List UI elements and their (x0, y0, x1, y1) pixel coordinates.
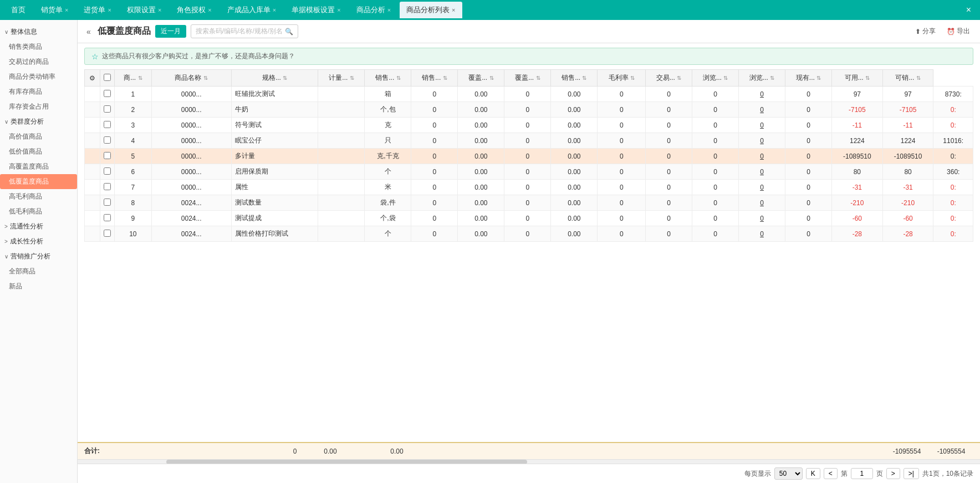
nav-item-template[interactable]: 单据模板设置 × (285, 2, 347, 18)
last-page-button[interactable]: >| (904, 468, 919, 479)
cell-browse1[interactable]: 0 (739, 133, 785, 149)
sidebar-item-low-value[interactable]: 低价值商品 (0, 144, 77, 159)
cell-checkbox[interactable] (100, 118, 115, 133)
sidebar-item-sales-goods[interactable]: 销售类商品 (0, 39, 77, 54)
nav-item-sales[interactable]: 销货单 × (34, 2, 75, 18)
nav-close-sales[interactable]: × (65, 7, 68, 13)
nav-close-roles[interactable]: × (208, 7, 211, 13)
cell-current: -210 (832, 195, 883, 211)
nav-item-analysis-list[interactable]: 商品分析列表 × (400, 2, 462, 18)
cell-browse1[interactable]: 0 (739, 149, 785, 164)
sidebar-section-marketing[interactable]: ∨ 营销推广分析 (0, 249, 77, 264)
col-browse2[interactable]: 浏览... ⇅ (739, 70, 785, 87)
sidebar-item-high-value[interactable]: 高价值商品 (0, 129, 77, 144)
row-checkbox[interactable] (104, 183, 111, 190)
cell-browse1[interactable]: 0 (739, 226, 785, 242)
cell-sales-amt: 0.00 (458, 87, 504, 102)
sidebar-item-high-coverage[interactable]: 高覆盖度商品 (0, 159, 77, 174)
nav-close-finished-goods[interactable]: × (273, 7, 276, 13)
cell-checkbox[interactable] (100, 211, 115, 226)
col-gross-rate[interactable]: 毛利率 ⇅ (598, 70, 646, 87)
sidebar-section-overall[interactable]: ∨ 整体信息 (0, 24, 77, 39)
col-gear[interactable]: ⚙ (85, 70, 100, 87)
nav-close-analysis[interactable]: × (387, 7, 391, 13)
col-available-stock[interactable]: 可用... ⇅ (832, 70, 883, 87)
nav-item-home[interactable]: 首页 (4, 2, 32, 18)
col-code[interactable]: 商... ⇅ (115, 70, 152, 87)
row-checkbox[interactable] (104, 167, 111, 175)
cell-checkbox[interactable] (100, 87, 115, 102)
search-box[interactable]: 搜索条码/编码/名称/规格/别名 🔍 (191, 24, 298, 38)
col-coverage2[interactable]: 覆盖... ⇅ (504, 70, 551, 87)
select-all-checkbox[interactable] (104, 74, 111, 81)
row-checkbox[interactable] (104, 121, 111, 128)
sidebar-section-growth[interactable]: > 成长性分析 (0, 234, 77, 249)
sidebar-item-all-goods[interactable]: 全部商品 (0, 264, 77, 279)
nav-close-purchase[interactable]: × (108, 7, 111, 13)
cell-browse1[interactable]: 0 (739, 164, 785, 180)
nav-item-purchase[interactable]: 进货单 × (77, 2, 118, 18)
nav-item-roles[interactable]: 角色授权 × (170, 2, 218, 18)
time-filter-button[interactable]: 近一月 (155, 25, 186, 38)
col-saleable[interactable]: 可销... ⇅ (882, 70, 933, 87)
cell-checkbox[interactable] (100, 133, 115, 149)
nav-close-template[interactable]: × (337, 7, 340, 13)
col-trade[interactable]: 交易... ⇅ (646, 70, 692, 87)
row-checkbox[interactable] (104, 136, 111, 144)
sidebar-item-high-margin[interactable]: 高毛利商品 (0, 189, 77, 204)
cell-browse1[interactable]: 0 (739, 180, 785, 195)
nav-close-permissions[interactable]: × (158, 7, 161, 13)
sidebar-item-inventory-capital[interactable]: 库存资金占用 (0, 99, 77, 114)
export-button[interactable]: ⏰ 导出 (943, 25, 973, 38)
nav-item-finished-goods[interactable]: 产成品入库单 × (221, 2, 283, 18)
cell-checkbox[interactable] (100, 226, 115, 242)
first-page-button[interactable]: K (806, 468, 820, 479)
col-sales-amt[interactable]: 销售... ⇅ (411, 70, 458, 87)
sidebar-item-low-coverage[interactable]: 低覆盖度商品 (0, 174, 77, 189)
cell-browse1[interactable]: 0 (739, 118, 785, 133)
sidebar-item-traded-goods[interactable]: 交易过的商品 (0, 54, 77, 69)
sidebar-item-low-margin[interactable]: 低毛利商品 (0, 204, 77, 219)
page-number-input[interactable] (851, 468, 873, 479)
sidebar-section-cluster[interactable]: ∨ 类群度分析 (0, 114, 77, 129)
cell-name: 眠宝公仔 (231, 133, 318, 149)
cell-checkbox[interactable] (100, 102, 115, 118)
row-checkbox[interactable] (104, 214, 111, 221)
prev-page-button[interactable]: < (824, 468, 838, 479)
col-unit[interactable]: 计量... ⇅ (318, 70, 365, 87)
col-browse1[interactable]: 浏览... ⇅ (692, 70, 739, 87)
nav-item-analysis[interactable]: 商品分析 × (350, 2, 397, 18)
col-sales-qty[interactable]: 销售... ⇅ (365, 70, 411, 87)
share-button[interactable]: ⬆ 分享 (912, 25, 939, 38)
nav-close-analysis-list[interactable]: × (452, 7, 455, 13)
cell-browse1[interactable]: 0 (739, 87, 785, 102)
row-checkbox[interactable] (104, 105, 111, 113)
col-spec[interactable]: 规格... ⇅ (231, 70, 318, 87)
col-coverage1[interactable]: 覆盖... ⇅ (458, 70, 504, 87)
cell-checkbox[interactable] (100, 164, 115, 180)
collapse-sidebar-button[interactable]: « (84, 26, 93, 37)
row-checkbox[interactable] (104, 152, 111, 159)
col-checkbox[interactable] (100, 70, 115, 87)
row-checkbox[interactable] (104, 90, 111, 97)
search-icon[interactable]: 🔍 (285, 28, 293, 35)
cell-browse1[interactable]: 0 (739, 102, 785, 118)
cell-browse1[interactable]: 0 (739, 195, 785, 211)
page-size-select[interactable]: 50 10 20 100 (774, 467, 803, 480)
nav-item-permissions[interactable]: 权限设置 × (120, 2, 168, 18)
sidebar-item-new-goods[interactable]: 新品 (0, 279, 77, 294)
col-name[interactable]: 商品名称 ⇅ (151, 70, 231, 87)
sidebar-section-liquidity[interactable]: > 流通性分析 (0, 219, 77, 234)
cell-checkbox[interactable] (100, 180, 115, 195)
col-current-stock[interactable]: 现有... ⇅ (785, 70, 832, 87)
row-checkbox[interactable] (104, 230, 111, 237)
row-checkbox[interactable] (104, 199, 111, 206)
cell-browse1[interactable]: 0 (739, 211, 785, 226)
sidebar-item-category-rate[interactable]: 商品分类动销率 (0, 69, 77, 84)
sidebar-item-stocked-goods[interactable]: 有库存商品 (0, 84, 77, 99)
col-sales3[interactable]: 销售... ⇅ (551, 70, 598, 87)
cell-checkbox[interactable] (100, 195, 115, 211)
next-page-button[interactable]: > (886, 468, 900, 479)
cell-checkbox[interactable] (100, 149, 115, 164)
window-close-button[interactable]: × (962, 3, 976, 17)
